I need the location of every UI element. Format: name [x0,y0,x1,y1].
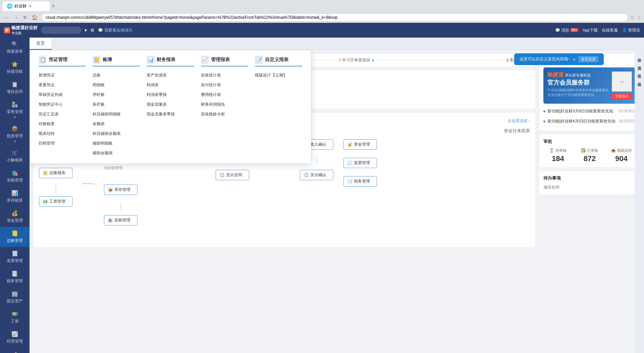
menu-item-receivable-aging[interactable]: 应收账龄分析 [201,109,248,119]
menu-section-header-financial: 📊 财务报表 [147,56,194,66]
menu-item-archive[interactable]: 归档管理 [39,139,86,148]
back-button[interactable]: ← [3,14,11,21]
sidebar-item-ecommerce[interactable]: 🛒 小畅电商 [0,146,30,166]
menu-item-general-ledger[interactable]: 总账 [93,70,140,80]
menu-item-subject-detail[interactable]: 科目辅助明细账 [93,109,140,119]
custom-title: 自定义报表 [265,57,288,63]
tax-icon: 📑 [11,270,18,277]
menu-item-profit-quarter[interactable]: 利润表季报 [147,90,194,100]
menu-item-cashflow[interactable]: 现金流量表 [147,100,194,109]
sidebar-item-sales[interactable]: 📣 小畅销售 [0,348,30,353]
menu-item-reconcile[interactable]: 对账检查 [39,119,86,129]
invoice-icon: 🧾 [11,250,18,257]
menu-item-aux-balance[interactable]: 辅助余额表 [93,148,140,158]
search-dropdown-icon[interactable]: ▾ [85,28,87,33]
sidebar-item-label: 项目合同 [7,89,23,95]
financial-title: 财务报表 [157,57,175,63]
home-button[interactable]: 🏠 [30,14,39,21]
menu-section-custom-report: 📝 自定义报表 模版设计【公测】 [252,56,306,158]
menu-item-profit-loss[interactable]: 利润表 [147,80,194,90]
demo-link[interactable]: 💬 我要看实例演示 [98,28,132,33]
sidebar-item-retail[interactable]: 🏪 零售管理 ▾ [0,98,30,122]
sidebar-item-search[interactable]: 🔍 搜索菜单 [0,38,30,58]
user-menu[interactable]: 👤 管理员 [622,28,640,33]
menu-item-receivable-stats[interactable]: 应收统计表 [201,70,248,80]
menu-item-sequence-ledger[interactable]: 序时账 [93,90,140,100]
menu-item-new-voucher[interactable]: 新增凭证 [39,70,86,80]
tab-close-button[interactable]: ✕ [29,4,32,8]
star-icon: ⭐ [11,61,18,67]
menu-section-financial-report: 📊 财务报表 资产负债表 利润表 利润表季报 现金流量表 现金流量表季报 [143,56,197,158]
sidebar-item-label: 快捷导航 [7,69,23,74]
sidebar-item-label: 采购管理 [7,178,23,183]
tab-home[interactable]: 首页 [30,38,52,50]
menu-item-detail-ledger[interactable]: 明细账 [93,80,140,90]
menu-item-draft-voucher[interactable]: 草稿凭证列表 [39,90,86,100]
header-search-input[interactable] [41,27,81,34]
ledger-title: 账簿 [103,57,112,63]
logo-icon: 好 [4,27,10,33]
menu-item-subject-balance[interactable]: 科目辅助余额表 [93,129,140,139]
menu-item-smart-voucher[interactable]: 智能凭证中心 [39,100,86,109]
url-input[interactable] [41,13,628,21]
financial-section-icon: 📊 [147,56,155,64]
custom-section-icon: 📝 [255,56,263,64]
sidebar-item-label: 总账管理 [7,238,23,244]
notify-text: 这里可以自定义首页内容哦~ [520,56,570,62]
sidebar-item-invoice[interactable]: 🧾 发票管理 [0,247,30,267]
sidebar-item-label: 税务管理 [7,278,23,284]
sidebar-item-label: 发票管理 [7,258,23,264]
menu-icon[interactable]: ⋮ [637,15,641,20]
settings-icon[interactable]: ⚙ [90,28,95,33]
purchase-icon: 🛍️ [11,170,18,176]
ecommerce-icon: 🛒 [11,150,18,156]
sidebar-item-operations[interactable]: 📈 经营管理 [0,327,30,348]
browser-tab[interactable]: 🌐 好业财 ✕ [3,1,50,11]
menu-item-balance-sheet[interactable]: 资产负债表 [147,70,194,80]
menu-item-aux-detail[interactable]: 辅助明细账 [93,139,140,148]
sidebar-item-tax[interactable]: 📑 税务管理 [0,267,30,287]
forward-button[interactable]: → [12,14,20,21]
sidebar-item-label: 资金管理 [7,218,23,223]
sidebar-item-purchase[interactable]: 🛍️ 采购管理 [0,166,30,187]
sidebar-item-project[interactable]: 📋 项目合同 [0,78,30,98]
message-button[interactable]: 💬 消息 99+ [555,28,579,33]
salary-icon: 💵 [11,311,18,317]
sidebar-item-assets[interactable]: 🏢 固定资产 [0,287,30,307]
sidebar-item-label: 库存核算 [7,198,23,203]
ledger-icon: 📒 [11,230,18,237]
sidebar-item-quicknav[interactable]: ⭐ 快捷导航 [0,58,30,78]
ledger-section-icon: 📒 [93,56,101,64]
sidebar-item-label: 经营管理 [7,339,23,344]
notify-close-button[interactable]: × [573,57,576,62]
sidebar-item-label: 工资 [11,318,19,324]
dropdown-overlay[interactable]: 📋 凭证管理 新增凭证 查看凭证 草稿凭证列表 智能凭证中心 凭证汇总表 对账检… [30,50,644,353]
app-download-link[interactable]: App下载 [583,28,598,33]
sidebar-item-ledger[interactable]: 📒 总账管理 [0,227,30,247]
expand-icon2: ▾ [14,140,16,143]
sidebar-item-label: 零售管理 [7,109,23,115]
main-content: 📋 凭证管理 新增凭证 查看凭证 草稿凭证列表 智能凭证中心 凭证汇总表 对账检… [30,50,644,353]
sidebar-item-salary[interactable]: 💵 工资 [0,307,30,327]
menu-item-expense-stats[interactable]: 费用统计表 [201,90,248,100]
menu-item-voucher-summary[interactable]: 凭证汇总表 [39,109,86,119]
refresh-button[interactable]: ↻ [21,14,29,21]
expand-icon: ▾ [14,115,16,119]
bookmark-icon[interactable]: ☆ [630,15,635,20]
menu-item-cashflow-quarter[interactable]: 现金流量表季报 [147,109,194,119]
message-badge: 99+ [570,28,579,32]
sidebar-item-inventory[interactable]: 📊 库存核算 [0,187,30,207]
homepage-settings-link[interactable]: 首页设置 [578,56,598,62]
menu-item-template-design[interactable]: 模版设计【公测】 [255,70,302,80]
menu-item-view-voucher[interactable]: 查看凭证 [39,80,86,90]
menu-item-payable-stats[interactable]: 应付统计表 [201,80,248,90]
sidebar-item-fund[interactable]: 💰 资金管理 [0,207,30,227]
online-service-link[interactable]: 在线客服 [602,28,618,33]
menu-item-period-end[interactable]: 期末结转 [39,129,86,139]
menu-item-profit-report[interactable]: 财务利润报告 [201,100,248,109]
edition-label: 专业版 [11,31,38,36]
sidebar-item-wholesale[interactable]: 📦 批发管理 ▾ [0,122,30,146]
menu-item-balance-table[interactable]: 余额表 [93,119,140,129]
menu-item-multi-ledger[interactable]: 多栏账 [93,100,140,109]
new-tab-button[interactable]: + [52,3,55,9]
